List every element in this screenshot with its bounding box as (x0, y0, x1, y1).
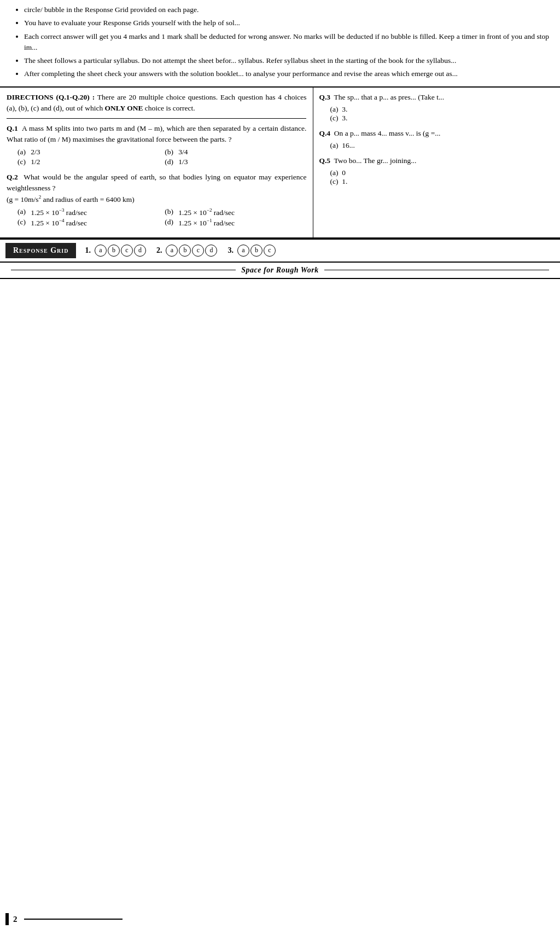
question-1-label: Q.1 (7, 124, 18, 132)
q3-option-c: (c) 3. (330, 114, 555, 123)
right-column: Q.3 The sp... that a p... as pres... (Ta… (313, 88, 560, 237)
rg-2-option-b[interactable]: b (179, 245, 191, 257)
rg-1-option-b[interactable]: b (108, 245, 120, 257)
response-grid-label: Response Grid (5, 243, 76, 258)
rg-3-option-c[interactable]: c (264, 245, 276, 257)
instruction-item-4: The sheet follows a particular syllabus.… (24, 55, 549, 66)
directions-box: DIRECTIONS (Q.1-Q.20) : There are 20 mul… (7, 92, 306, 119)
question-4-block: Q.4 On a p... mass 4... mass v... is (g … (319, 128, 555, 150)
question-1-options: (a) 2/3 (b) 3/4 (c) 1/2 (d) 1/3 (7, 148, 306, 166)
blank-area (0, 279, 560, 744)
page-number-text: 2 (13, 915, 18, 924)
question-5-label: Q.5 (319, 156, 330, 165)
question-2-text: Q.2 What would be the angular speed of e… (7, 172, 306, 205)
question-4-options: (a) 16... (319, 141, 555, 150)
rough-work-text: Space for Rough Work (241, 266, 318, 275)
main-content: DIRECTIONS (Q.1-Q.20) : There are 20 mul… (0, 88, 560, 239)
rg-item-2: 2. a b c d (156, 245, 218, 257)
rg-1-option-c[interactable]: c (121, 245, 133, 257)
rg-2-option-a[interactable]: a (166, 245, 178, 257)
response-grid-items: 1. a b c d 2. a b c d 3. (85, 245, 276, 257)
rg-2-option-c[interactable]: c (192, 245, 204, 257)
rough-work-section: Space for Rough Work (0, 263, 560, 279)
rg-3-option-a[interactable]: a (237, 245, 249, 257)
question-1-text: Q.1 A mass M splits into two parts m and… (7, 123, 306, 146)
q1-option-b: (b) 3/4 (165, 148, 306, 156)
rough-work-inner: Space for Rough Work (11, 266, 549, 275)
rg-item-1: 1. a b c d (85, 245, 147, 257)
question-5-block: Q.5 Two bo... The gr... joining... (a) 0… (319, 155, 555, 186)
rg-1-option-d[interactable]: d (134, 245, 146, 257)
q5-option-a: (a) 0 (330, 169, 555, 177)
q2-option-c: (c) 1.25 × 10−4 rad/sec (18, 218, 159, 228)
q2-option-d: (d) 1.25 × 10−1 rad/sec (165, 218, 306, 228)
q1-option-a: (a) 2/3 (18, 148, 159, 156)
rg-2-option-d[interactable]: d (205, 245, 217, 257)
response-grid-section: Response Grid 1. a b c d 2. a b c d (0, 239, 560, 263)
rg-circles-3: a b c (237, 245, 276, 257)
rough-work-line-left (11, 270, 236, 270)
page-wrapper: circle/ bubble in the Response Grid prov… (0, 0, 560, 935)
q1-option-d: (d) 1/3 (165, 158, 306, 166)
question-3-text: Q.3 The sp... that a p... as pres... (Ta… (319, 92, 555, 103)
question-5-options: (a) 0 (c) 1. (319, 169, 555, 186)
question-4-text: Q.4 On a p... mass 4... mass v... is (g … (319, 128, 555, 139)
question-2-block: Q.2 What would be the angular speed of e… (7, 172, 306, 228)
page-footer-line (24, 919, 122, 920)
question-4-label: Q.4 (319, 129, 330, 137)
question-2-options: (a) 1.25 × 10−3 rad/sec (b) 1.25 × 10−2 … (7, 207, 306, 228)
question-3-label: Q.3 (319, 93, 330, 101)
instruction-item-1: circle/ bubble in the Response Grid prov… (24, 4, 549, 15)
page-number-bar (5, 913, 9, 925)
instructions-list: circle/ bubble in the Response Grid prov… (11, 4, 549, 80)
q1-option-c: (c) 1/2 (18, 158, 159, 166)
only-one-emphasis: ONLY ONE (105, 104, 143, 112)
directions-text: DIRECTIONS (Q.1-Q.20) : There are 20 mul… (7, 92, 306, 114)
rg-circles-2: a b c d (165, 245, 218, 257)
directions-label: DIRECTIONS (Q.1-Q.20) : (7, 93, 95, 101)
question-5-text: Q.5 Two bo... The gr... joining... (319, 155, 555, 166)
rough-work-line-right (324, 270, 549, 270)
q4-option-a: (a) 16... (330, 141, 555, 150)
q5-option-c: (c) 1. (330, 177, 555, 186)
q2-option-b: (b) 1.25 × 10−2 rad/sec (165, 207, 306, 217)
rg-3-option-b[interactable]: b (250, 245, 262, 257)
q2-option-a: (a) 1.25 × 10−3 rad/sec (18, 207, 159, 217)
q3-option-a: (a) 3. (330, 105, 555, 114)
rg-1-option-a[interactable]: a (95, 245, 107, 257)
question-3-block: Q.3 The sp... that a p... as pres... (Ta… (319, 92, 555, 123)
left-column: DIRECTIONS (Q.1-Q.20) : There are 20 mul… (0, 88, 313, 237)
instruction-item-5: After completing the sheet check your an… (24, 68, 549, 79)
instruction-item-3: Each correct answer will get you 4 marks… (24, 31, 549, 54)
question-1-block: Q.1 A mass M splits into two parts m and… (7, 123, 306, 166)
instructions-section: circle/ bubble in the Response Grid prov… (0, 0, 560, 88)
instruction-item-2: You have to evaluate your Response Grids… (24, 18, 549, 28)
rg-circles-1: a b c d (94, 245, 147, 257)
page-footer: 2 (5, 913, 122, 925)
question-2-label: Q.2 (7, 173, 18, 181)
rg-item-3: 3. a b c (228, 245, 276, 257)
question-3-options: (a) 3. (c) 3. (319, 105, 555, 123)
